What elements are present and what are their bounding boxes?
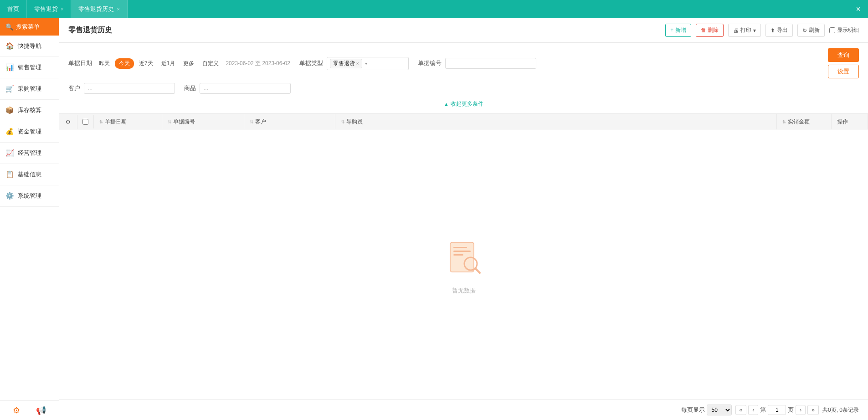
svg-rect-3 bbox=[453, 254, 463, 256]
voucher-filter-label: 单据编号 bbox=[418, 59, 442, 67]
export-label: 导出 bbox=[777, 26, 788, 34]
collapse-up-icon: ▲ bbox=[444, 101, 449, 108]
tab-retail-return-label: 零售退货 bbox=[34, 5, 58, 13]
next-page-button[interactable]: › bbox=[796, 405, 806, 415]
th-settings[interactable]: ⚙ bbox=[59, 115, 77, 129]
print-label: 打印 bbox=[740, 26, 751, 34]
sidebar-item-sales[interactable]: 📊 销售管理 bbox=[0, 57, 59, 78]
svg-point-6 bbox=[467, 260, 472, 264]
th-date[interactable]: ⇅ 单据日期 bbox=[94, 114, 162, 129]
first-page-button[interactable]: « bbox=[735, 405, 747, 415]
show-detail-checkbox[interactable] bbox=[829, 27, 835, 33]
th-checkbox[interactable] bbox=[77, 115, 94, 128]
sidebar-item-inventory[interactable]: 📦 库存核算 bbox=[0, 100, 59, 121]
sort-icon-amount: ⇅ bbox=[782, 119, 786, 124]
sound-icon[interactable]: 📢 bbox=[36, 405, 46, 415]
date-btn-1month[interactable]: 近1月 bbox=[158, 58, 179, 69]
sidebar-item-finance-label: 资金管理 bbox=[18, 128, 41, 136]
sidebar-search-label: 搜索菜单 bbox=[16, 23, 40, 31]
settings-button[interactable]: 设置 bbox=[828, 65, 859, 78]
per-page-label: 每页显示 bbox=[681, 406, 705, 414]
sidebar-item-quick-nav-label: 快捷导航 bbox=[18, 42, 41, 50]
sort-icon-customer: ⇅ bbox=[250, 119, 253, 124]
sidebar-item-operations[interactable]: 📈 经营管理 bbox=[0, 143, 59, 164]
sidebar-item-sales-label: 销售管理 bbox=[18, 63, 41, 72]
sidebar-item-inventory-label: 库存核算 bbox=[18, 106, 41, 114]
th-guide[interactable]: ⇅ 导购员 bbox=[335, 114, 777, 129]
date-btn-today[interactable]: 今天 bbox=[115, 58, 134, 69]
svg-line-5 bbox=[475, 268, 480, 273]
empty-text: 暂无数据 bbox=[452, 287, 476, 295]
type-tag-text: 零售退货 bbox=[333, 60, 355, 67]
voucher-filter: 单据编号 bbox=[418, 58, 536, 69]
table-header: ⚙ ⇅ 单据日期 ⇅ 单据编号 ⇅ 客户 ⇅ 导购员 bbox=[59, 114, 868, 130]
goods-filter-label: 商品 bbox=[184, 84, 196, 92]
window-close-button[interactable]: × bbox=[848, 5, 868, 14]
type-filter-label: 单据类型 bbox=[299, 59, 323, 67]
new-button[interactable]: + 新增 bbox=[665, 24, 691, 37]
date-btn-more[interactable]: 更多 bbox=[180, 58, 197, 69]
th-voucher[interactable]: ⇅ 单据编号 bbox=[162, 114, 244, 129]
delete-button[interactable]: 🗑 删除 bbox=[696, 24, 724, 37]
goods-input[interactable] bbox=[200, 83, 291, 94]
customer-input[interactable] bbox=[84, 83, 175, 94]
type-tag-close[interactable]: × bbox=[356, 61, 359, 66]
tab-retail-return-close[interactable]: × bbox=[61, 6, 63, 12]
sidebar-item-purchase[interactable]: 🛒 采购管理 bbox=[0, 78, 59, 100]
collapse-button[interactable]: ▲ 收起更多条件 bbox=[444, 100, 484, 108]
sidebar-item-quick-nav[interactable]: 🏠 快捷导航 bbox=[0, 36, 59, 57]
goods-filter: 商品 bbox=[184, 83, 291, 94]
th-amount-label: 实销金额 bbox=[788, 118, 810, 126]
export-button[interactable]: ⬆ 导出 bbox=[765, 24, 793, 37]
last-page-button[interactable]: » bbox=[807, 405, 819, 415]
date-options: 昨天 今天 近7天 近1月 更多 自定义 bbox=[96, 58, 222, 69]
per-page-select[interactable]: 50 100 200 bbox=[707, 405, 732, 415]
sidebar-item-finance[interactable]: 💰 资金管理 bbox=[0, 121, 59, 143]
content-area: 零售退货历史 + 新增 🗑 删除 🖨 打印 ▾ ⬆ 导出 ↻ 刷新 bbox=[59, 18, 868, 420]
th-customer[interactable]: ⇅ 客户 bbox=[244, 114, 335, 129]
svg-rect-1 bbox=[453, 247, 467, 248]
sidebar-item-basic-info[interactable]: 📋 基础信息 bbox=[0, 164, 59, 185]
print-button[interactable]: 🖨 打印 ▾ bbox=[728, 24, 761, 37]
tab-retail-return-history-close[interactable]: × bbox=[117, 6, 119, 12]
prev-page-button[interactable]: ‹ bbox=[748, 405, 758, 415]
tab-retail-return-history[interactable]: 零售退货历史 × bbox=[71, 0, 127, 18]
date-range-display: 2023-06-02 至 2023-06-02 bbox=[226, 60, 290, 67]
page-input[interactable] bbox=[768, 405, 786, 415]
date-btn-yesterday[interactable]: 昨天 bbox=[96, 58, 113, 69]
page-label: 第 bbox=[760, 406, 766, 414]
th-operation: 操作 bbox=[832, 114, 868, 129]
show-detail-checkbox-label[interactable]: 显示明细 bbox=[829, 26, 859, 34]
refresh-icon: ↻ bbox=[802, 27, 807, 34]
refresh-button[interactable]: ↻ 刷新 bbox=[797, 24, 825, 37]
search-icon: 🔍 bbox=[5, 23, 13, 31]
tab-home-label: 首页 bbox=[7, 5, 19, 13]
header-actions: + 新增 🗑 删除 🖨 打印 ▾ ⬆ 导出 ↻ 刷新 显示明细 bbox=[665, 24, 859, 37]
query-button[interactable]: 查询 bbox=[828, 48, 859, 62]
th-date-label: 单据日期 bbox=[105, 118, 127, 126]
sidebar-search[interactable]: 🔍 搜索菜单 bbox=[0, 18, 59, 36]
tab-list: 首页 零售退货 × 零售退货历史 × bbox=[0, 0, 848, 18]
pagination: 每页显示 50 100 200 « ‹ 第 页 › » 共0页, 0条记录 bbox=[59, 400, 868, 420]
date-btn-custom[interactable]: 自定义 bbox=[199, 58, 222, 69]
voucher-input[interactable] bbox=[445, 58, 536, 69]
select-all-checkbox[interactable] bbox=[82, 119, 88, 125]
th-operation-label: 操作 bbox=[837, 118, 848, 126]
type-tag: 零售退货 × bbox=[330, 59, 362, 68]
sidebar-item-system-label: 系统管理 bbox=[18, 192, 41, 200]
th-amount[interactable]: ⇅ 实销金额 bbox=[777, 114, 832, 129]
sidebar-item-basic-info-label: 基础信息 bbox=[18, 170, 41, 179]
sidebar-footer: ⚙ 📢 bbox=[0, 400, 59, 420]
home-icon: 🏠 bbox=[5, 42, 14, 50]
refresh-label: 刷新 bbox=[809, 26, 820, 34]
top-bar: 首页 零售退货 × 零售退货历史 × × bbox=[0, 0, 868, 18]
tab-home[interactable]: 首页 bbox=[0, 0, 27, 18]
sidebar-item-system[interactable]: ⚙️ 系统管理 bbox=[0, 185, 59, 207]
tab-retail-return[interactable]: 零售退货 × bbox=[27, 0, 71, 18]
page-navigation: « ‹ 第 页 › » bbox=[735, 405, 819, 415]
gear-icon[interactable]: ⚙ bbox=[13, 405, 20, 415]
date-btn-7days[interactable]: 近7天 bbox=[136, 58, 156, 69]
empty-state: 暂无数据 bbox=[59, 130, 868, 400]
empty-illustration bbox=[441, 236, 487, 281]
type-tag-input[interactable]: 零售退货 × ▾ bbox=[327, 57, 409, 70]
